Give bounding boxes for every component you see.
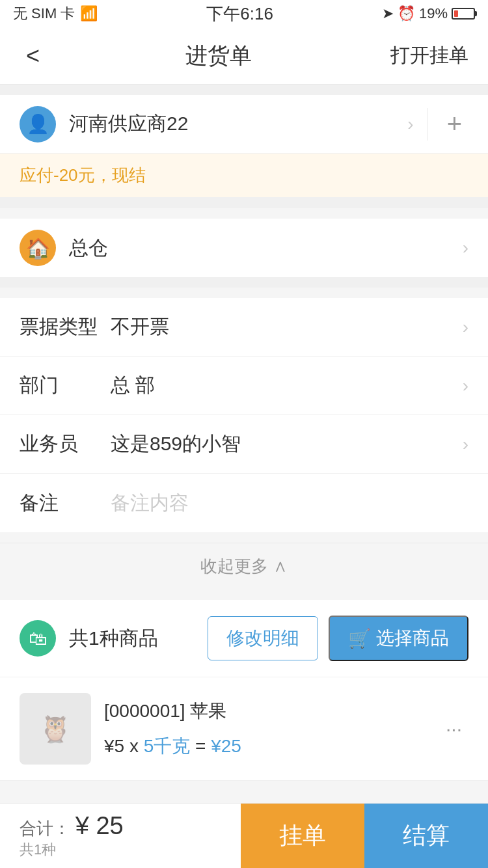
location-icon: ➤ xyxy=(382,5,394,22)
status-bar-left: 无 SIM 卡 📶 xyxy=(13,4,98,23)
battery-indicator xyxy=(452,8,475,20)
remark-row[interactable]: 备注 备注内容 xyxy=(0,474,488,532)
battery-label: 19% xyxy=(419,5,448,22)
product-thumb-icon: 🦉 xyxy=(39,714,72,744)
total-amount: ¥ 25 xyxy=(75,812,124,839)
warehouse-chevron-icon: › xyxy=(463,237,468,258)
bottom-bar: 合计： ¥ 25 共1种 挂单 结算 xyxy=(0,803,488,868)
status-bar-time: 下午6:16 xyxy=(206,3,273,25)
total-count: 共1种 xyxy=(20,840,221,860)
modify-detail-button[interactable]: 修改明细 xyxy=(208,616,318,660)
select-product-icon: 🛒 xyxy=(348,628,371,649)
supplier-name: 河南供应商22 xyxy=(56,111,407,137)
product-bag-icon: 🛍 xyxy=(29,628,47,649)
supplier-divider xyxy=(427,108,427,141)
product-price: ¥5 x 5千克 = ¥25 xyxy=(104,734,426,759)
total-label: 合计： xyxy=(20,819,70,838)
status-bar-right: ➤ ⏰ 19% xyxy=(382,5,475,22)
invoice-type-chevron-icon: › xyxy=(463,317,468,338)
supplier-chevron-icon: › xyxy=(407,114,413,135)
product-quantity: 5千克 xyxy=(144,736,191,756)
invoice-type-row[interactable]: 票据类型 不开票 › xyxy=(0,298,488,357)
department-chevron-icon: › xyxy=(463,375,468,396)
product-count-icon: 🛍 xyxy=(20,620,56,657)
warehouse-section[interactable]: 🏠 总仓 › xyxy=(0,219,488,277)
pending-label: 挂单 xyxy=(279,820,326,852)
section-gap-1 xyxy=(0,85,488,95)
product-equals: = xyxy=(195,736,211,756)
department-value: 总 部 xyxy=(104,372,463,399)
product-section-header: 🛍 共1种商品 修改明细 🛒 选择商品 xyxy=(0,600,488,677)
collapse-more-label: 收起更多 ∧ xyxy=(200,555,287,578)
remark-input[interactable]: 备注内容 xyxy=(104,490,468,517)
form-section: 票据类型 不开票 › 部门 总 部 › 业务员 这是859的小智 › 备注 备注… xyxy=(0,298,488,532)
warehouse-icon: 🏠 xyxy=(20,230,56,266)
salesperson-value: 这是859的小智 xyxy=(104,431,463,457)
nav-bar: < 进货单 打开挂单 xyxy=(0,27,488,85)
warning-text: 应付-20元，现结 xyxy=(20,165,146,185)
salesperson-chevron-icon: › xyxy=(463,434,468,455)
salesperson-label: 业务员 xyxy=(20,431,104,457)
collapse-more-button[interactable]: 收起更多 ∧ xyxy=(0,543,488,590)
add-supplier-button[interactable]: + xyxy=(441,103,468,145)
product-count-text: 共1种商品 xyxy=(56,625,208,652)
avatar-icon: 👤 xyxy=(27,113,49,135)
supplier-section[interactable]: 👤 河南供应商22 › + xyxy=(0,95,488,154)
page-title: 进货单 xyxy=(185,41,252,71)
warning-banner: 应付-20元，现结 xyxy=(0,154,488,198)
product-item: 🦉 [0000001] 苹果 ¥5 x 5千克 = ¥25 ··· xyxy=(0,677,488,781)
total-section: 合计： ¥ 25 共1种 xyxy=(0,812,241,860)
carrier-label: 无 SIM 卡 xyxy=(13,4,75,23)
product-info: [0000001] 苹果 ¥5 x 5千克 = ¥25 xyxy=(104,699,426,759)
total-line: 合计： ¥ 25 xyxy=(20,812,221,840)
pending-button[interactable]: 挂单 xyxy=(241,804,364,869)
warehouse-name: 总仓 xyxy=(56,235,463,262)
status-bar: 无 SIM 卡 📶 下午6:16 ➤ ⏰ 19% xyxy=(0,0,488,27)
salesperson-row[interactable]: 业务员 这是859的小智 › xyxy=(0,415,488,474)
checkout-button[interactable]: 结算 xyxy=(364,804,488,869)
department-row[interactable]: 部门 总 部 › xyxy=(0,357,488,415)
select-product-button[interactable]: 🛒 选择商品 xyxy=(329,616,468,661)
checkout-label: 结算 xyxy=(403,820,450,852)
alarm-icon: ⏰ xyxy=(398,5,415,22)
supplier-avatar: 👤 xyxy=(20,106,56,142)
warehouse-home-icon: 🏠 xyxy=(26,237,50,260)
product-thumbnail: 🦉 xyxy=(20,693,91,765)
select-product-label: 选择商品 xyxy=(376,626,449,651)
wifi-icon: 📶 xyxy=(80,5,98,22)
remark-label: 备注 xyxy=(20,490,104,517)
open-pending-button[interactable]: 打开挂单 xyxy=(390,42,468,69)
product-name: [0000001] 苹果 xyxy=(104,699,426,724)
invoice-type-label: 票据类型 xyxy=(20,314,104,340)
product-unit-price: ¥5 xyxy=(104,736,124,756)
product-total: ¥25 xyxy=(211,736,241,756)
section-gap-2 xyxy=(0,198,488,208)
product-multiply: x xyxy=(129,736,144,756)
product-more-button[interactable]: ··· xyxy=(439,711,468,746)
department-label: 部门 xyxy=(20,372,104,399)
section-gap-3 xyxy=(0,277,488,288)
invoice-type-value: 不开票 xyxy=(104,314,463,340)
back-button[interactable]: < xyxy=(20,36,46,76)
